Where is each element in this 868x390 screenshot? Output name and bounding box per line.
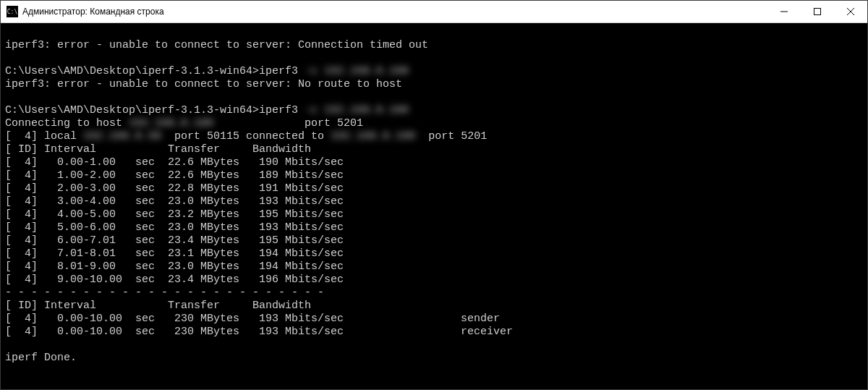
- close-button[interactable]: [834, 1, 867, 22]
- maximize-button[interactable]: [801, 1, 834, 22]
- output-line: Connecting to host 192.168.0.100 port 52…: [5, 117, 363, 130]
- table-row: [ 4] 7.01-8.01 sec 23.1 MBytes 194 Mbits…: [5, 247, 344, 260]
- output-line: iperf3: error - unable to connect to ser…: [5, 39, 428, 51]
- svg-rect-0: [814, 9, 821, 15]
- output-line: iperf3: error - unable to connect to ser…: [5, 78, 402, 90]
- close-icon: [847, 8, 854, 15]
- table-header: [ ID] Interval Transfer Bandwidth: [5, 143, 311, 156]
- table-row: [ 4] 1.00-2.00 sec 22.6 MBytes 189 Mbits…: [5, 169, 344, 182]
- command-prompt-window: C:\ Администратор: Командная строка iper…: [0, 0, 868, 390]
- output-line: [ 4] local 192.168.0.50 port 50115 conne…: [5, 130, 487, 143]
- prompt-line: C:\Users\AMD\Desktop\iperf-3.1.3-win64>i…: [5, 65, 409, 77]
- table-row: [ 4] 6.00-7.01 sec 23.4 MBytes 195 Mbits…: [5, 234, 344, 247]
- window-title: Администратор: Командная строка: [22, 7, 164, 17]
- maximize-icon: [814, 8, 821, 15]
- output-line: iperf Done.: [5, 352, 77, 364]
- table-row: [ 4] 2.00-3.00 sec 22.8 MBytes 191 Mbits…: [5, 182, 344, 195]
- redacted-text: -c 192.168.0.100: [305, 104, 422, 117]
- table-row: [ 4] 9.00-10.00 sec 23.4 MBytes 196 Mbit…: [5, 274, 344, 286]
- table-row: [ 4] 0.00-1.00 sec 22.6 MBytes 190 Mbits…: [5, 156, 344, 169]
- redacted-text: 192.168.0.100: [331, 130, 422, 143]
- table-header: [ ID] Interval Transfer Bandwidth: [5, 300, 311, 312]
- table-row: [ 4] 8.01-9.00 sec 23.0 MBytes 194 Mbits…: [5, 260, 344, 273]
- titlebar: C:\ Администратор: Командная строка: [1, 1, 867, 23]
- redacted-text: -c 192.168.0.100: [305, 65, 409, 78]
- table-row: [ 4] 4.00-5.00 sec 23.2 MBytes 195 Mbits…: [5, 208, 344, 221]
- summary-row: [ 4] 0.00-10.00 sec 230 MBytes 193 Mbits…: [5, 313, 500, 325]
- cmd-icon: C:\: [7, 6, 18, 17]
- table-row: [ 4] 3.00-4.00 sec 23.0 MBytes 193 Mbits…: [5, 195, 344, 208]
- summary-row: [ 4] 0.00-10.00 sec 230 MBytes 193 Mbits…: [5, 326, 513, 338]
- minimize-icon: [780, 8, 788, 15]
- table-row: [ 4] 5.00-6.00 sec 23.0 MBytes 193 Mbits…: [5, 221, 344, 234]
- minimize-button[interactable]: [767, 1, 801, 22]
- divider-line: - - - - - - - - - - - - - - - - - - - - …: [5, 287, 324, 299]
- redacted-text: 192.168.0.50: [83, 130, 168, 143]
- redacted-text: 192.168.0.100: [129, 117, 213, 130]
- prompt-line: C:\Users\AMD\Desktop\iperf-3.1.3-win64>i…: [5, 104, 422, 116]
- terminal-output[interactable]: iperf3: error - unable to connect to ser…: [1, 23, 867, 389]
